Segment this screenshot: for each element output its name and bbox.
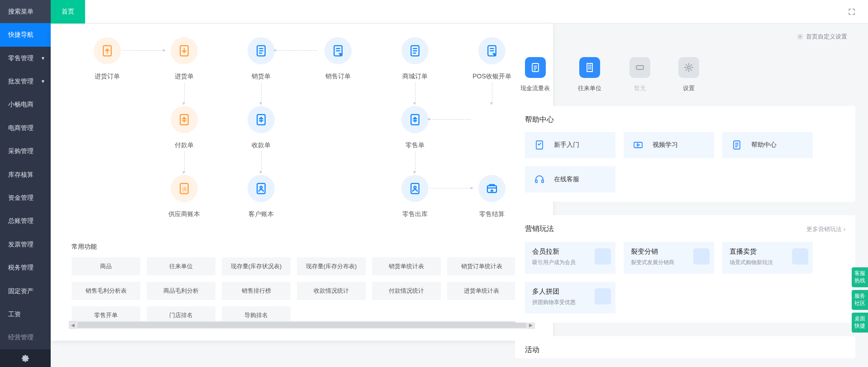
help-item-newbie[interactable]: 新手入门 bbox=[525, 132, 615, 158]
gear-icon bbox=[21, 354, 29, 362]
node-label: 客户账本 bbox=[248, 210, 274, 218]
func-btn[interactable]: 付款情况统计 bbox=[372, 282, 441, 300]
shortcut-contacts[interactable]: 往来单位 bbox=[578, 57, 601, 92]
quicknav-mega-panel: 进货订单 进货单 销货单 销售订单 商城订单 POS收银开单 bbox=[51, 24, 553, 341]
shortcut-label: 现金流量表 bbox=[520, 84, 550, 92]
home-custom-settings-link[interactable]: 首页自定义设置 bbox=[797, 33, 847, 41]
float-hotline[interactable]: 客服热线 bbox=[852, 267, 868, 287]
svg-point-13 bbox=[260, 186, 262, 188]
func-btn[interactable]: 商品 bbox=[72, 257, 140, 275]
sidebar-item-retail[interactable]: 零售管理▼ bbox=[0, 47, 51, 70]
func-btn[interactable]: 现存量(库存状况表) bbox=[222, 257, 291, 275]
svg-point-15 bbox=[414, 186, 416, 188]
node-label: 商城订单 bbox=[402, 72, 428, 81]
sidebar-label: 经营管理 bbox=[8, 333, 33, 342]
func-btn[interactable]: 商品毛利分析 bbox=[147, 282, 215, 300]
node-retail-bill[interactable]: 零售单 bbox=[377, 106, 453, 150]
promo-illustration-icon bbox=[693, 248, 710, 265]
flow-row-1: 进货订单 进货单 销货单 销售订单 商城订单 POS收银开单 bbox=[69, 37, 535, 101]
svg-rect-20 bbox=[636, 66, 644, 69]
horizontal-scrollbar[interactable]: ◀ ▶ bbox=[69, 321, 535, 329]
sidebar-item-ecom2[interactable]: 电商管理 bbox=[0, 116, 51, 140]
func-btn[interactable]: 销售排行榜 bbox=[222, 282, 291, 300]
float-desktop[interactable]: 桌面快捷 bbox=[852, 313, 868, 333]
sidebar-item-ecom1[interactable]: 小畅电商 bbox=[0, 93, 51, 116]
sidebar-label: 固定资产 bbox=[8, 287, 33, 295]
fullscreen-button[interactable] bbox=[845, 5, 858, 18]
tab-home[interactable]: 首页 bbox=[51, 0, 85, 24]
node-label: 进货订单 bbox=[95, 72, 120, 81]
customer-icon bbox=[254, 182, 268, 195]
sidebar-label: 电商管理 bbox=[8, 124, 33, 132]
shortcut-settings[interactable]: 设置 bbox=[678, 57, 699, 92]
sidebar-label: 工资 bbox=[8, 310, 21, 319]
sidebar-label: 批发管理 bbox=[8, 77, 33, 86]
func-btn[interactable]: 销售毛利分析表 bbox=[72, 282, 140, 300]
sidebar-item-quicknav[interactable]: 快捷导航 bbox=[0, 23, 51, 46]
common-functions-grid: 商品 往来单位 现存量(库存状况表) 现存量(库存分布表) 销货单统计表 销货订… bbox=[69, 257, 535, 324]
sidebar-item-invoice[interactable]: 发票管理 bbox=[0, 233, 51, 256]
sidebar-label: 发票管理 bbox=[8, 241, 33, 249]
sidebar-item-funds[interactable]: 资金管理 bbox=[0, 186, 51, 209]
node-sales-order[interactable]: 销售订单 bbox=[300, 37, 377, 81]
activity-card: 活动 bbox=[515, 336, 855, 358]
sidebar-item-ledger[interactable]: 总账管理 bbox=[0, 210, 51, 233]
sidebar-item-ops[interactable]: 经营管理 bbox=[0, 326, 51, 349]
sidebar-label: 搜索菜单 bbox=[8, 8, 33, 16]
node-retail-out[interactable]: 零售出库 bbox=[377, 175, 453, 218]
sidebar-label: 零售管理 bbox=[8, 54, 33, 63]
node-label: 销售订单 bbox=[325, 72, 351, 81]
node-purchase-order[interactable]: 进货订单 bbox=[69, 37, 146, 81]
func-btn[interactable]: 往来单位 bbox=[147, 257, 215, 275]
sidebar-settings-button[interactable] bbox=[0, 349, 51, 367]
settle-icon bbox=[485, 182, 499, 195]
node-mall-order[interactable]: 商城订单 bbox=[377, 37, 453, 81]
svg-point-21 bbox=[687, 66, 690, 69]
sidebar-item-assets[interactable]: 固定资产 bbox=[0, 280, 51, 303]
node-label: 零售单 bbox=[405, 141, 424, 150]
func-btn[interactable]: 现存量(库存分布表) bbox=[297, 257, 366, 275]
caret-down-icon: ▼ bbox=[41, 56, 45, 61]
link-label: 更多营销玩法 bbox=[806, 225, 842, 233]
sidebar-item-wholesale[interactable]: 批发管理▼ bbox=[0, 70, 51, 93]
shortcut-label: 暂无 bbox=[634, 84, 646, 92]
help-item-service[interactable]: 在线客服 bbox=[525, 166, 615, 193]
doc-corner-icon bbox=[331, 44, 345, 58]
shortcut-label: 设置 bbox=[683, 84, 695, 92]
help-item-video[interactable]: 视频学习 bbox=[624, 132, 714, 158]
scroll-left-icon[interactable]: ◀ bbox=[69, 321, 77, 329]
shortcut-cashflow[interactable]: 现金流量表 bbox=[520, 57, 550, 92]
promo-item[interactable]: 会员拉新吸引用户成为会员 bbox=[525, 242, 615, 274]
common-functions-title: 常用功能 bbox=[72, 243, 532, 251]
scroll-thumb[interactable] bbox=[77, 322, 526, 328]
sidebar-item-search[interactable]: 搜索菜单 bbox=[0, 0, 51, 23]
placeholder-icon bbox=[634, 62, 645, 73]
float-community[interactable]: 服务社区 bbox=[852, 290, 868, 310]
svg-rect-19 bbox=[587, 63, 592, 72]
promo-item[interactable]: 多人拼团拼团购物享受优惠 bbox=[525, 282, 615, 314]
more-promos-link[interactable]: 更多营销玩法› bbox=[806, 225, 845, 233]
node-receipt-bill[interactable]: 收款单 bbox=[223, 106, 300, 150]
node-label: 零售结算 bbox=[479, 210, 505, 218]
promo-item[interactable]: 裂变分销裂变式发展分销商 bbox=[624, 242, 714, 274]
sidebar-item-inventory[interactable]: 库存核算 bbox=[0, 163, 51, 186]
sidebar-item-salary[interactable]: 工资 bbox=[0, 303, 51, 326]
promo-item[interactable]: 直播卖货场景式购物新玩法 bbox=[722, 242, 813, 274]
node-purchase-bill[interactable]: 进货单 bbox=[146, 37, 223, 81]
promo-illustration-icon bbox=[595, 248, 611, 265]
shortcut-row: 现金流量表 往来单位 暂无 设置 bbox=[520, 57, 855, 92]
sidebar-item-tax[interactable]: 税务管理 bbox=[0, 256, 51, 279]
node-pay-bill[interactable]: 付款单 bbox=[146, 106, 223, 150]
node-sales-bill[interactable]: 销货单 bbox=[223, 37, 300, 81]
node-supplier-ledger[interactable]: 供 供应商账本 bbox=[146, 175, 223, 218]
doc-in-icon bbox=[100, 44, 114, 58]
shortcut-empty[interactable]: 暂无 bbox=[630, 57, 650, 92]
help-item-helpcenter[interactable]: 帮助中心 bbox=[722, 132, 813, 158]
gear-icon bbox=[797, 34, 803, 40]
func-btn[interactable]: 销货单统计表 bbox=[372, 257, 441, 275]
supplier-icon: 供 bbox=[177, 182, 191, 195]
func-btn[interactable]: 收款情况统计 bbox=[297, 282, 366, 300]
node-customer-ledger[interactable]: 客户账本 bbox=[223, 175, 300, 218]
help-label: 视频学习 bbox=[653, 141, 678, 149]
sidebar-item-purchase[interactable]: 采购管理 bbox=[0, 140, 51, 163]
